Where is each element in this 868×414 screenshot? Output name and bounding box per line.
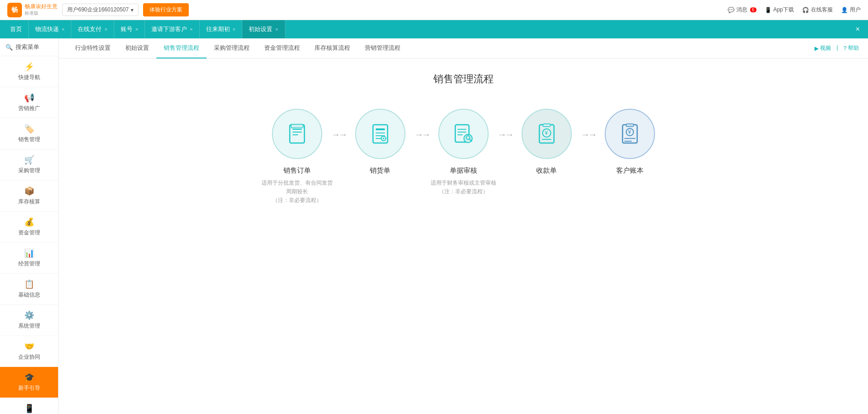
logo-icon: 畅 (7, 3, 22, 17)
nav-tab-account-label: 账号 (121, 25, 133, 33)
flow-label-doc-review: 单据审核 (450, 166, 477, 175)
customer-ledger-icon: ¥ (618, 122, 642, 146)
nav-tab-init-close[interactable]: × (275, 27, 278, 32)
nav-tab-logistics[interactable]: 物流快递 × (29, 20, 71, 38)
sub-tab-init[interactable]: 初始设置 (118, 38, 156, 58)
sub-tab-marketing-flow-label: 营销管理流程 (365, 44, 400, 52)
sub-tab-purchase-flow[interactable]: 采购管理流程 (207, 38, 257, 58)
receipt-icon: ¥ (535, 122, 559, 146)
marketing-promo-icon: 📢 (24, 93, 34, 103)
sales-invoice-icon (368, 122, 392, 146)
flow-step-customer-ledger: ¥ 客户账本 (593, 109, 666, 179)
sidebar-item-basic-info[interactable]: 📋 基础信息 (0, 274, 58, 305)
top-bar-left: 畅 畅康诶好生意 标准版 用户690企业1660120507 ▾ 体验行业方案 (7, 3, 189, 17)
nav-tab-payment-close[interactable]: × (104, 27, 107, 32)
nav-tab-period-close[interactable]: × (233, 27, 235, 32)
sub-tab-inventory-flow-label: 库存核算流程 (314, 44, 350, 52)
video-label: 视频 (820, 44, 831, 52)
sidebar-item-ops-mgmt[interactable]: 📊 经营管理 (0, 243, 58, 274)
nav-tab-invite[interactable]: 邀请下游客户 × (145, 20, 199, 38)
sub-tab-sales-flow-label: 销售管理流程 (164, 44, 199, 52)
headset-icon: 🎧 (802, 7, 809, 13)
flow-diagram: 销售订单 适用于分批发货、有合同发货周期较长（注：非必要流程） →→ (68, 109, 859, 205)
svg-text:¥: ¥ (544, 130, 548, 136)
sub-tab-finance-flow[interactable]: 资金管理流程 (257, 38, 307, 58)
sidebar-item-purchase-mgmt[interactable]: 🛒 采购管理 (0, 149, 58, 180)
logo-sub: 标准版 (25, 10, 58, 16)
sidebar-item-quick-nav-label: 快捷导航 (18, 74, 40, 81)
enterprise-collab-icon: 🤝 (24, 341, 34, 351)
flow-circle-sales-order (272, 109, 322, 159)
sidebar-item-sales-mgmt-label: 销售管理 (18, 136, 40, 143)
user-selector-label: 用户690企业1660120507 (67, 6, 129, 14)
flow-step-sales-order: 销售订单 适用于分批发货、有合同发货周期较长（注：非必要流程） (261, 109, 334, 205)
sidebar-item-app-center[interactable]: 📱 应用中心 (0, 398, 58, 414)
logo-text-block: 畅康诶好生意 标准版 (25, 3, 58, 16)
nav-tab-account[interactable]: 账号 × (114, 20, 145, 38)
user-selector[interactable]: 用户690企业1660120507 ▾ (62, 4, 138, 16)
sidebar-item-sys-mgmt-label: 系统管理 (18, 322, 40, 330)
nav-tab-payment[interactable]: 在线支付 × (71, 20, 114, 38)
nav-tab-period[interactable]: 往来期初 × (200, 20, 242, 38)
nav-tab-invite-close[interactable]: × (190, 27, 192, 32)
sub-tab-finance-flow-label: 资金管理流程 (264, 44, 300, 52)
sub-tab-actions: ▶ 视频 | ? 帮助 (815, 44, 859, 52)
user-avatar-btn[interactable]: 👤 用户 (841, 6, 861, 14)
sidebar-search-label: 搜索菜单 (16, 43, 39, 51)
logo-area: 畅 畅康诶好生意 标准版 (7, 3, 58, 17)
avatar-icon: 👤 (841, 7, 848, 13)
sub-tab-marketing-flow[interactable]: 营销管理流程 (357, 38, 408, 58)
app-download-btn[interactable]: 📱 App下载 (765, 6, 794, 14)
flow-step-sales-invoice: 销货单 (344, 109, 417, 179)
flow-circle-receipt: ¥ (522, 109, 572, 159)
nav-tab-payment-label: 在线支付 (78, 25, 101, 33)
sub-tab-sales-flow[interactable]: 销售管理流程 (156, 38, 207, 58)
nav-tab-account-close[interactable]: × (135, 27, 138, 32)
message-btn[interactable]: 💬 消息 6 (728, 6, 756, 14)
sys-mgmt-icon: ⚙️ (24, 310, 34, 320)
sidebar-item-inventory[interactable]: 📦 库存核算 (0, 180, 58, 212)
video-action[interactable]: ▶ 视频 (815, 44, 831, 52)
message-label: 消息 (736, 6, 747, 14)
top-bar: 畅 畅康诶好生意 标准版 用户690企业1660120507 ▾ 体验行业方案 … (0, 0, 868, 20)
sub-tab-inventory-flow[interactable]: 库存核算流程 (307, 38, 357, 58)
app-download-label: App下载 (773, 6, 794, 14)
nav-tab-logistics-label: 物流快递 (35, 25, 59, 33)
sidebar-item-newbie-guide[interactable]: 🎓 新手引导 (0, 367, 58, 398)
flow-label-customer-ledger: 客户账本 (616, 166, 644, 175)
logo-text: 畅康诶好生意 (25, 3, 58, 10)
sidebar-item-marketing-promo[interactable]: 📢 营销推广 (0, 87, 58, 118)
help-icon: ? (843, 45, 847, 52)
help-action[interactable]: ? 帮助 (843, 44, 859, 52)
nav-tab-home[interactable]: 首页 (4, 20, 29, 38)
sub-tabs: 行业特性设置 初始设置 销售管理流程 采购管理流程 资金管理流程 库存核算流程 … (59, 38, 868, 58)
sidebar-item-enterprise-collab[interactable]: 🤝 企业协同 (0, 336, 58, 367)
sidebar-item-sys-mgmt[interactable]: ⚙️ 系统管理 (0, 305, 58, 336)
help-label: 帮助 (848, 44, 859, 52)
online-service-btn[interactable]: 🎧 在线客服 (802, 6, 833, 14)
sales-order-icon (285, 122, 309, 146)
trial-button[interactable]: 体验行业方案 (143, 3, 189, 16)
nav-close-all[interactable]: × (851, 25, 864, 33)
sidebar-item-basic-info-label: 基础信息 (18, 291, 40, 299)
sales-mgmt-icon: 🏷️ (24, 124, 34, 134)
divider: | (836, 44, 838, 52)
sidebar-search[interactable]: 🔍 搜索菜单 (0, 38, 58, 56)
flow-label-sales-invoice: 销货单 (370, 166, 390, 175)
sidebar-item-quick-nav[interactable]: ⚡ 快捷导航 (0, 56, 58, 87)
newbie-guide-icon: 🎓 (24, 372, 34, 382)
nav-tab-invite-label: 邀请下游客户 (151, 25, 187, 33)
sidebar-item-enterprise-collab-label: 企业协同 (18, 353, 40, 361)
nav-tab-period-label: 往来期初 (206, 25, 230, 33)
sidebar-item-finance-mgmt[interactable]: 💰 资金管理 (0, 212, 58, 243)
flow-step-doc-review: 单据审核 适用于财务审核或主管审核（注：非必要流程） (427, 109, 500, 196)
app-download-icon: 📱 (765, 7, 772, 13)
sidebar-item-purchase-mgmt-label: 采购管理 (18, 167, 40, 175)
message-icon: 💬 (728, 7, 735, 13)
doc-review-icon (452, 122, 475, 146)
sub-tab-industry[interactable]: 行业特性设置 (68, 38, 118, 58)
flow-label-receipt: 收款单 (536, 166, 557, 175)
sidebar-item-sales-mgmt[interactable]: 🏷️ 销售管理 (0, 118, 58, 149)
nav-tab-init[interactable]: 初始设置 × (242, 20, 285, 38)
nav-tab-logistics-close[interactable]: × (62, 27, 64, 32)
